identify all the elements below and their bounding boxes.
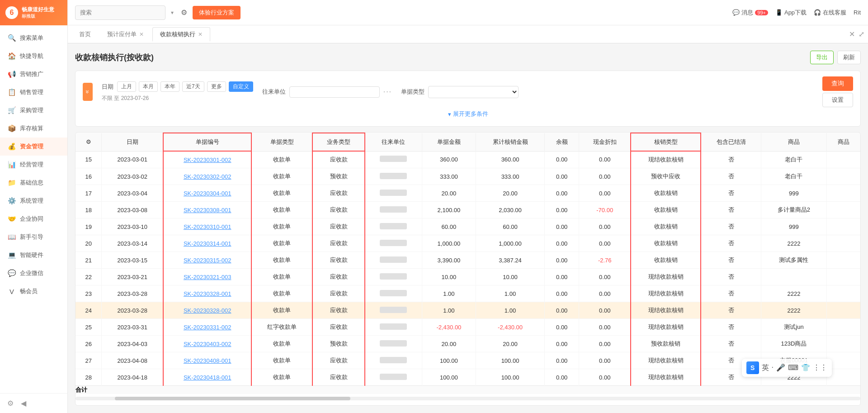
td-doc-no: SK-20230315-002 xyxy=(163,252,251,269)
td-doc-type: 收款单 xyxy=(251,252,312,269)
doc-no-link[interactable]: SK-20230321-003 xyxy=(184,274,231,280)
td-cancel-type: 收款核销 xyxy=(631,185,700,202)
sidebar-item-basic[interactable]: 📁基础信息 xyxy=(0,174,67,192)
sidebar-icon-operation: 📊 xyxy=(7,160,16,169)
date-btn-this-month[interactable]: 本月 xyxy=(139,81,158,92)
td-goods1: 999 xyxy=(761,185,826,202)
sidebar-item-purchase[interactable]: 🛒采购管理 xyxy=(0,101,67,119)
topbar-dropdown-arrow[interactable]: ▾ xyxy=(171,9,174,16)
td-biz-type: 应收款 xyxy=(312,235,365,252)
td-discount: 0.00 xyxy=(579,218,631,235)
message-btn[interactable]: 💬 消息 99+ xyxy=(732,9,768,17)
partner-filter-input[interactable] xyxy=(289,86,380,98)
partner-filter-label: 往来单位 xyxy=(262,88,286,96)
logo-sub: 标推版 xyxy=(22,13,54,19)
td-partner xyxy=(365,202,422,218)
industry-btn[interactable]: 体验行业方案 xyxy=(193,6,241,19)
sidebar-item-quick-nav[interactable]: 🏠快捷导航 xyxy=(0,47,67,65)
date-btn-last-month[interactable]: 上月 xyxy=(117,81,136,92)
td-discount: -70.00 xyxy=(579,202,631,218)
td-writeoff: 1.00 xyxy=(476,285,545,302)
date-btn-custom[interactable]: 自定义 xyxy=(229,81,253,92)
app-download-btn[interactable]: 📱 App下载 xyxy=(775,9,807,17)
date-btn-7days[interactable]: 近7天 xyxy=(182,81,204,92)
settings-bottom-icon[interactable]: ⚙ xyxy=(7,399,14,408)
doc-no-link[interactable]: SK-20230308-001 xyxy=(184,207,231,214)
expand-more-conditions[interactable]: ▾ 展开更多条件 xyxy=(83,107,853,121)
table-row: 17 2023-03-04 SK-20230304-001 收款单 应收款 20… xyxy=(75,185,860,202)
td-partner xyxy=(365,369,422,386)
sidebar-label-member: 畅会员 xyxy=(20,287,38,295)
td-discount: 0.00 xyxy=(579,302,631,319)
filter-collapse-btn[interactable]: » xyxy=(83,83,93,101)
sidebar-item-guide[interactable]: 📖新手引导 xyxy=(0,228,67,246)
td-writeoff: 2,030.00 xyxy=(476,202,545,218)
doc-no-link[interactable]: SK-20230403-002 xyxy=(184,341,231,347)
sidebar-item-member[interactable]: V畅会员 xyxy=(0,282,67,300)
refresh-btn[interactable]: 刷新 xyxy=(837,51,861,64)
td-balance: 0.00 xyxy=(545,352,579,369)
tab-receipt-writeoff-close[interactable]: ✕ xyxy=(198,31,203,38)
doc-no-link[interactable]: SK-20230302-002 xyxy=(184,173,231,180)
sidebar-item-sales[interactable]: 📋销售管理 xyxy=(0,83,67,101)
doc-no-link[interactable]: SK-20230314-001 xyxy=(184,240,231,247)
sidebar-icon-finance: 💰 xyxy=(7,142,16,151)
tab-pre-receipt[interactable]: 预计应付单 ✕ xyxy=(99,27,151,42)
doc-no-link[interactable]: SK-20230301-002 xyxy=(184,157,231,163)
td-doc-type: 收款单 xyxy=(251,285,312,302)
th-settings[interactable]: ⚙ xyxy=(75,133,102,151)
td-doc-no: SK-20230403-002 xyxy=(163,336,251,352)
horizontal-scrollbar[interactable] xyxy=(75,397,860,400)
doc-no-link[interactable]: SK-20230408-001 xyxy=(184,357,231,364)
export-btn[interactable]: 导出 xyxy=(810,51,834,64)
td-included: 否 xyxy=(701,336,761,352)
filter-dots[interactable]: ··· xyxy=(383,88,392,96)
sidebar-item-system[interactable]: ⚙️系统管理 xyxy=(0,192,67,210)
sidebar-item-cooperation[interactable]: 🤝企业协同 xyxy=(0,210,67,228)
td-no: 26 xyxy=(75,336,102,352)
doc-no-link[interactable]: SK-20230328-002 xyxy=(184,307,231,314)
sidebar-item-marketing[interactable]: 📢营销推广 xyxy=(0,65,67,83)
date-btn-more[interactable]: 更多 xyxy=(207,81,226,92)
sidebar-icon-guide: 📖 xyxy=(7,233,16,242)
td-date: 2023-03-31 xyxy=(102,319,163,336)
tab-receipt-writeoff[interactable]: 收款核销执行 ✕ xyxy=(152,27,210,42)
user-name[interactable]: Rit xyxy=(854,9,861,16)
sidebar-item-finance[interactable]: 💰资金管理 xyxy=(0,138,67,156)
setting-btn[interactable]: 设置 xyxy=(822,93,853,107)
filter-row-1: » 日期 上月 本月 本年 近7天 更多 自定义 不限 xyxy=(83,76,853,107)
doc-no-link[interactable]: SK-20230331-002 xyxy=(184,324,231,331)
td-balance: 0.00 xyxy=(545,285,579,302)
tab-expand-icon[interactable]: ⤢ xyxy=(859,30,864,38)
search-input[interactable] xyxy=(75,5,165,20)
doc-no-link[interactable]: SK-20230310-001 xyxy=(184,223,231,230)
doc-no-link[interactable]: SK-20230304-001 xyxy=(184,190,231,197)
doc-type-filter-select[interactable] xyxy=(428,86,519,98)
sidebar-item-search-menu[interactable]: 🔍搜索菜单 xyxy=(0,29,67,47)
sidebar-item-hardware[interactable]: 💻智能硬件 xyxy=(0,246,67,264)
doc-no-link[interactable]: SK-20230328-001 xyxy=(184,290,231,297)
query-btn[interactable]: 查询 xyxy=(822,76,853,91)
collapse-icon[interactable]: ◀ xyxy=(21,399,26,408)
sidebar-label-inventory: 库存核算 xyxy=(20,124,43,133)
sidebar-item-wechat[interactable]: 💬企业微信 xyxy=(0,264,67,282)
sidebar-item-inventory[interactable]: 📦库存核算 xyxy=(0,119,67,138)
td-biz-type: 应收款 xyxy=(312,352,365,369)
tab-close-all-icon[interactable]: ✕ xyxy=(849,30,855,38)
doc-no-link[interactable]: SK-20230315-002 xyxy=(184,257,231,264)
online-support-btn[interactable]: 🎧 在线客服 xyxy=(814,9,846,17)
td-goods2 xyxy=(826,168,860,185)
date-btn-this-year[interactable]: 本年 xyxy=(160,81,179,92)
doc-no-link[interactable]: SK-20230418-001 xyxy=(184,374,231,381)
td-balance: 0.00 xyxy=(545,269,579,285)
tab-pre-receipt-close[interactable]: ✕ xyxy=(139,31,144,38)
watermark-icon-1: 英 xyxy=(762,363,769,373)
sidebar-item-operation[interactable]: 📊经营管理 xyxy=(0,156,67,174)
sidebar-icon-sales: 📋 xyxy=(7,88,16,97)
tab-home[interactable]: 首页 xyxy=(71,27,99,42)
table-row: 25 2023-03-31 SK-20230331-002 红字收款单 应收款 … xyxy=(75,319,860,336)
online-support-label: 在线客服 xyxy=(823,9,846,17)
sidebar-icon-system: ⚙️ xyxy=(7,196,16,205)
topbar-gear-icon[interactable]: ⚙ xyxy=(181,8,187,17)
td-doc-no: SK-20230308-001 xyxy=(163,202,251,218)
